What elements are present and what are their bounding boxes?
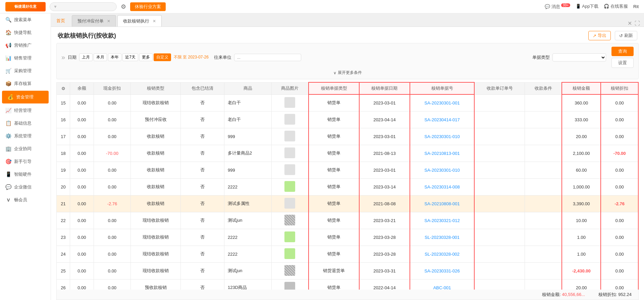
cell-doc-date: 2022-04-14: [359, 279, 410, 290]
tab-prepay[interactable]: 预付冲应付单 ✕: [72, 15, 116, 27]
sidebar-item-inventory[interactable]: 📦 库存核算: [0, 77, 51, 90]
date-btn-last-month[interactable]: 上月: [79, 53, 93, 61]
cell-amount: -2,430.00: [562, 262, 601, 279]
doc-no-link[interactable]: SA-20230301-001: [424, 100, 460, 105]
cell-goods: 999: [224, 128, 272, 145]
sidebar-item-marketing[interactable]: 📢 营销推广: [0, 39, 51, 52]
cell-goods: 老白干: [224, 94, 272, 111]
app-logo: 畅捷通好生意: [5, 2, 46, 11]
cell-verify-type: 现结收款核销: [131, 229, 181, 246]
cell-doc-no[interactable]: SA-20230331-026: [410, 262, 474, 279]
cell-pay-cond: [525, 246, 562, 262]
cell-doc-no[interactable]: SA-20230414-017: [410, 111, 474, 128]
sidebar-item-label: 搜索菜单: [14, 17, 32, 23]
date-btn-7days[interactable]: 近7天: [122, 53, 138, 61]
corp-icon: 🏢: [5, 146, 11, 152]
col-header-goods: 商品: [224, 82, 272, 94]
table-container[interactable]: ⚙ 余额 现金折扣 核销类型 包含已结清 商品 商品图片 核销单据类型 核销单据…: [56, 82, 639, 290]
gear-icon[interactable]: ⚙: [121, 3, 126, 10]
sidebar-item-guide[interactable]: 🎯 新手引导: [0, 155, 51, 168]
cell-included: 否: [181, 262, 224, 279]
table-row: 25 0.00 0.00 现结收款核销 否 测试jun 销货退货单 2023-0…: [57, 262, 639, 279]
sidebar-item-quick-nav[interactable]: 🏠 快捷导航: [0, 26, 51, 39]
expand-more-btn[interactable]: ∨ 展开更多条件: [333, 70, 362, 76]
cell-doc-no[interactable]: SL-20230328-001: [410, 229, 474, 246]
cell-doc-no[interactable]: ABC-001: [410, 279, 474, 290]
cell-doc-no[interactable]: SA-20230314-008: [410, 178, 474, 195]
sidebar-item-label: 企业协同: [14, 146, 32, 152]
window-close-icon[interactable]: ✕: [628, 20, 632, 27]
date-btn-this-month[interactable]: 本月: [94, 53, 107, 61]
doc-no-link[interactable]: SA-20230414-017: [424, 117, 460, 122]
cell-thumb: [271, 279, 309, 290]
tab-receipt-verify-close[interactable]: ✕: [153, 19, 156, 24]
tab-bar: 首页 预付冲应付单 ✕ 收款核销执行 ✕ ✕ ⛶: [51, 13, 644, 27]
doc-no-link[interactable]: ABC-001: [433, 285, 451, 290]
cell-pay-cond: [525, 94, 562, 111]
cell-doc-type: 销货单: [309, 279, 359, 290]
cell-doc-no[interactable]: SA-20230321-012: [410, 212, 474, 229]
date-btn-more[interactable]: 更多: [139, 53, 153, 61]
cell-doc-no[interactable]: SL-20230328-002: [410, 246, 474, 262]
cell-no: 20: [57, 178, 70, 195]
col-header-cash-discount: 现金折扣: [94, 82, 130, 94]
doc-no-link[interactable]: SL-20230328-002: [425, 252, 460, 257]
cell-discount: 0.00: [601, 279, 638, 290]
date-btn-custom[interactable]: 自定义: [154, 53, 171, 61]
cell-doc-no[interactable]: SA-20210808-001: [410, 195, 474, 212]
doc-no-link[interactable]: SA-20230301-010: [424, 168, 460, 173]
solution-btn[interactable]: 休验行业方案: [130, 2, 166, 11]
sidebar-item-corp[interactable]: 🏢 企业协同: [0, 142, 51, 155]
cell-doc-no[interactable]: SA-20230301-010: [410, 128, 474, 145]
window-expand-icon[interactable]: ⛶: [635, 20, 640, 27]
tab-receipt-verify[interactable]: 收款核销执行 ✕: [117, 15, 162, 27]
online-service-btn[interactable]: 🎧 在线客服: [604, 3, 628, 9]
sidebar-item-wechat[interactable]: 💬 企业微信: [0, 181, 51, 194]
sidebar-item-label: 快捷导航: [14, 30, 32, 36]
sidebar-item-purchase[interactable]: 🛒 采购管理: [0, 65, 51, 77]
global-search[interactable]: ▼: [50, 2, 117, 11]
cell-doc-no[interactable]: SA-20230301-001: [410, 94, 474, 111]
cell-doc-no[interactable]: SA-20230301-010: [410, 162, 474, 178]
sidebar-item-basic-info[interactable]: 📋 基础信息: [0, 117, 51, 130]
export-button[interactable]: ↗ 导出: [588, 31, 611, 40]
filter-collapse-btn[interactable]: »: [61, 53, 65, 61]
app-download-btn[interactable]: 📱 App下载: [576, 3, 598, 9]
cell-order-no: [474, 195, 525, 212]
setting-button[interactable]: 设置: [611, 58, 634, 68]
cell-thumb: [271, 94, 309, 111]
col-header-gear[interactable]: ⚙: [57, 82, 70, 94]
doc-no-link[interactable]: SA-20210813-001: [424, 151, 460, 156]
doc-no-link[interactable]: SA-20230314-008: [424, 184, 460, 189]
doc-no-link[interactable]: SA-20210808-001: [424, 201, 460, 206]
sidebar-item-hardware[interactable]: 📱 智能硬件: [0, 168, 51, 181]
cell-amount: 1.00: [562, 229, 601, 246]
sidebar-item-sales[interactable]: 📊 销售管理: [0, 52, 51, 65]
doc-no-link[interactable]: SA-20230321-012: [424, 218, 460, 223]
cell-thumb: [271, 162, 309, 178]
cell-no: 21: [57, 195, 70, 212]
sidebar-item-business[interactable]: 📈 经营管理: [0, 104, 51, 117]
query-button[interactable]: 查询: [611, 47, 634, 56]
tab-home[interactable]: 首页: [51, 15, 70, 27]
date-btn-this-year[interactable]: 本年: [108, 53, 121, 61]
sales-icon: 📊: [5, 55, 11, 61]
cell-no: 19: [57, 162, 70, 178]
doc-no-link[interactable]: SL-20230328-001: [425, 235, 460, 240]
main-layout: 🔍 搜索菜单 🏠 快捷导航 📢 营销推广 📊 销售管理 🛒 采购管理 📦 库存核…: [0, 13, 644, 300]
cell-pay-cond: [525, 111, 562, 128]
sidebar-item-search-menu[interactable]: 🔍 搜索菜单: [0, 13, 51, 26]
cell-verify-type: 收款核销: [131, 162, 181, 178]
sidebar-item-member[interactable]: V 畅会员: [0, 194, 51, 206]
tab-prepay-close[interactable]: ✕: [107, 19, 110, 24]
doc-type-select[interactable]: [552, 53, 606, 61]
cell-doc-no[interactable]: SA-20210813-001: [410, 145, 474, 162]
refresh-button[interactable]: ↺ 刷新: [615, 31, 637, 40]
sidebar-item-system[interactable]: ⚙️ 系统管理: [0, 130, 51, 142]
counterpart-input[interactable]: [234, 54, 301, 61]
doc-no-link[interactable]: SA-20230301-010: [424, 134, 460, 139]
sidebar-item-finance[interactable]: 💰 资金管理: [2, 91, 49, 103]
doc-no-link[interactable]: SA-20230331-026: [424, 268, 460, 273]
message-btn[interactable]: 💬 消息 99+: [545, 3, 570, 10]
cell-thumb: [271, 229, 309, 246]
